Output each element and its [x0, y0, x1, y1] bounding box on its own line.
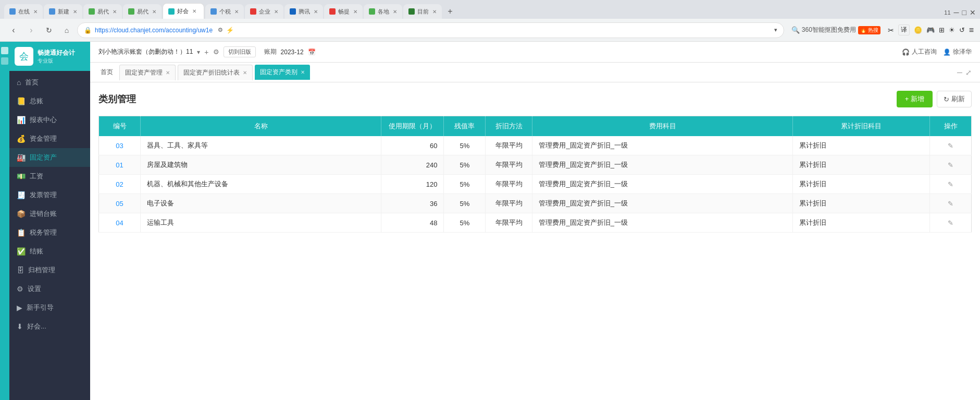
sidebar-item-fixed-assets[interactable]: 🏭 固定资产 [9, 148, 90, 167]
maximize-button[interactable]: □ [962, 8, 966, 17]
sidebar-item-checkout[interactable]: ✅ 结账 [9, 242, 90, 261]
browser-tab-active[interactable]: 好会 ✕ [163, 3, 204, 19]
tax-icon: 📋 [17, 228, 26, 237]
tab-close-icon[interactable]: ✕ [73, 9, 77, 15]
tab-label: 畅提 [338, 8, 350, 16]
cell-accumulated: 累计折旧 [792, 136, 929, 155]
browser-tab-tengxun[interactable]: 腾讯 ✕ [284, 4, 323, 19]
cell-action[interactable]: ✎ [930, 213, 972, 233]
tab-close-icon[interactable]: ✕ [432, 9, 437, 15]
browser-tab-zaixian[interactable]: 在线 ✕ [4, 4, 43, 19]
sidebar-item-label: 固定资产 [30, 153, 57, 162]
sidebar-item-label: 结账 [30, 247, 43, 256]
search-label: 360智能抠图免费用 [802, 26, 856, 34]
refresh-button[interactable]: ↻ 刷新 [937, 91, 972, 107]
scissors-icon[interactable]: ✂ [888, 26, 894, 34]
tab-close-icon-active[interactable]: ✕ [192, 8, 196, 14]
add-account-button[interactable]: + [204, 48, 208, 56]
sidebar-item-funds[interactable]: 💰 资金管理 [9, 129, 90, 148]
tab-depreciation-stats[interactable]: 固定资产折旧统计表 ✕ [178, 65, 253, 80]
cell-action[interactable]: ✎ [930, 155, 972, 175]
switch-version-button[interactable]: 切到旧版 [224, 46, 256, 57]
tab-fixed-assets-mgmt[interactable]: 固定资产管理 ✕ [119, 65, 176, 80]
cell-expense: 管理费用_固定资产折旧_一级 [532, 155, 792, 175]
minimize-button[interactable]: ─ [954, 8, 959, 17]
tab-close-icon[interactable]: ✕ [243, 70, 247, 76]
sidebar-item-ledger[interactable]: 📒 总账 [9, 92, 90, 111]
sidebar-item-tax[interactable]: 📋 税务管理 [9, 223, 90, 242]
calendar-icon[interactable]: 📅 [308, 49, 316, 56]
sidebar-item-label: 新手引导 [27, 303, 54, 312]
sidebar-item-archive[interactable]: 🗄 归档管理 [9, 261, 90, 280]
user-avatar[interactable]: 👤 徐泽华 [943, 47, 972, 56]
col-header-code: 编号 [99, 116, 141, 137]
site-menu-icon[interactable]: ⚙ [218, 27, 223, 33]
browser-tab-muqian[interactable]: 目前 ✕ [403, 4, 442, 19]
browser-tab-gedi[interactable]: 各地 ✕ [364, 4, 402, 19]
sidebar: 会 畅捷通好会计 专业版 ⌂ 首页 📒 总账 📊 报表中心 💰 资金管理 [9, 42, 90, 400]
page-maximize-icon[interactable]: ⤢ [965, 68, 972, 77]
cell-expense: 管理费用_固定资产折旧_一级 [532, 194, 792, 213]
close-button[interactable]: ✕ [970, 8, 976, 17]
strip-icon-1[interactable] [1, 47, 8, 54]
browser-tab-new[interactable]: 新建 ✕ [44, 4, 82, 19]
browser-tab-yidai2[interactable]: 易代 ✕ [123, 4, 162, 19]
undo-icon[interactable]: ↺ [959, 26, 965, 34]
reload-button[interactable]: ↻ [42, 23, 56, 38]
dropdown-icon[interactable]: ▾ [774, 27, 777, 33]
breadcrumb-home-link[interactable]: 首页 [98, 65, 115, 80]
sidebar-item-inventory[interactable]: 📦 进销台账 [9, 204, 90, 223]
tab-close-icon[interactable]: ✕ [33, 9, 38, 15]
account-name: 刘小艳演示账套（勿删勿动！）11 [98, 47, 193, 56]
browser-tab-geshui[interactable]: 个税 ✕ [205, 4, 244, 19]
tab-close-icon-active[interactable]: ✕ [301, 69, 305, 75]
sidebar-item-more[interactable]: ⬇ 好会... [9, 317, 90, 336]
game-icon[interactable]: 🎮 [926, 26, 935, 34]
cell-method: 年限平均 [486, 175, 532, 194]
grid-icon[interactable]: ⊞ [939, 26, 945, 34]
tab-close-icon[interactable]: ✕ [274, 9, 278, 15]
strip-icon-2[interactable] [1, 57, 8, 65]
cell-expense: 管理费用_固定资产折旧_一级 [532, 213, 792, 233]
tab-close-icon[interactable]: ✕ [234, 9, 239, 15]
page-minimize-icon[interactable]: ─ [957, 68, 962, 77]
cell-name: 机器、机械和其他生产设备 [141, 175, 381, 194]
sidebar-item-settings[interactable]: ⚙ 设置 [9, 280, 90, 298]
sidebar-item-guide[interactable]: ▶ 新手引导 [9, 298, 90, 317]
home-nav-button[interactable]: ⌂ [59, 23, 74, 38]
settings-button-topbar[interactable]: ⚙ [213, 48, 219, 56]
translate-icon[interactable]: 译 [898, 25, 910, 35]
new-tab-button[interactable]: + [443, 4, 457, 19]
cell-action[interactable]: ✎ [930, 175, 972, 194]
tab-close-icon[interactable]: ✕ [152, 9, 156, 15]
forward-button[interactable]: › [24, 23, 39, 38]
col-header-method: 折旧方法 [486, 116, 532, 137]
tab-close-icon[interactable]: ✕ [166, 70, 170, 76]
address-bar[interactable]: 🔒 https://cloud.chanjet.com/accounting/u… [77, 22, 784, 38]
browser-tab-qiye[interactable]: 企业 ✕ [245, 4, 283, 19]
browser-tab-yidai1[interactable]: 易代 ✕ [83, 4, 122, 19]
cell-months: 36 [381, 194, 444, 213]
sidebar-item-invoice[interactable]: 🧾 发票管理 [9, 186, 90, 204]
cell-action[interactable]: ✎ [930, 136, 972, 155]
sun-icon[interactable]: ☀ [949, 26, 955, 34]
back-button[interactable]: ‹ [6, 23, 21, 38]
browser-tab-changti[interactable]: 畅提 ✕ [324, 4, 363, 19]
tab-close-icon[interactable]: ✕ [393, 9, 397, 15]
currency-icon[interactable]: 🪙 [914, 26, 922, 34]
sidebar-item-payroll[interactable]: 💵 工资 [9, 167, 90, 186]
dropdown-arrow[interactable]: ▾ [197, 49, 200, 56]
col-header-name: 名称 [141, 116, 381, 137]
fixed-assets-icon: 🏭 [17, 153, 26, 162]
consult-button[interactable]: 🎧 人工咨询 [902, 47, 937, 56]
tab-close-icon[interactable]: ✕ [353, 9, 357, 15]
tab-label: 各地 [378, 8, 389, 16]
menu-icon[interactable]: ≡ [969, 26, 974, 35]
tab-close-icon[interactable]: ✕ [113, 9, 117, 15]
add-button[interactable]: + 新增 [897, 91, 933, 107]
sidebar-item-home[interactable]: ⌂ 首页 [9, 73, 90, 92]
sidebar-item-reports[interactable]: 📊 报表中心 [9, 111, 90, 129]
tab-asset-categories[interactable]: 固定资产类别 ✕ [255, 65, 310, 80]
tab-close-icon[interactable]: ✕ [314, 9, 318, 15]
cell-action[interactable]: ✎ [930, 194, 972, 213]
